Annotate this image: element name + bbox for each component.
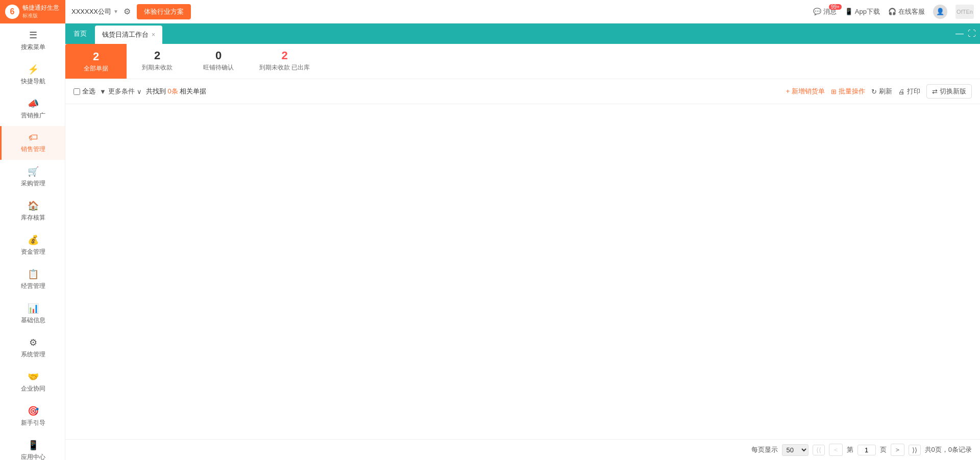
avatar-icon: 👤	[936, 8, 944, 15]
sidebar-item-guide[interactable]: 🎯 新手引导	[0, 399, 65, 433]
logo-area: 6 畅捷通好生意 标准版	[0, 0, 65, 23]
sales-icon: 🏷	[29, 132, 38, 143]
stat-num-overdue: 2	[154, 49, 160, 62]
app-center-icon: 📱	[28, 440, 39, 451]
page-first-button[interactable]: ⟨⟨	[813, 445, 825, 455]
tab-home[interactable]: 首页	[65, 23, 95, 44]
stat-num-pending: 0	[215, 49, 222, 62]
new-sale-button[interactable]: + 新增销货单	[786, 87, 825, 96]
sidebar-item-marketing[interactable]: 📣 营销推广	[0, 92, 65, 126]
batch-icon: ⊞	[831, 88, 837, 95]
page-size-label: 每页显示	[751, 445, 778, 454]
sidebar-item-search-menu[interactable]: ☰ 搜索菜单	[0, 23, 65, 58]
company-name: XXXXXX公司	[71, 7, 111, 16]
stat-label-all: 全部单据	[84, 64, 108, 73]
print-icon: 🖨	[898, 88, 905, 95]
sidebar-label-sales: 销售管理	[21, 145, 45, 154]
stat-tab-all[interactable]: 2 全部单据	[65, 44, 127, 79]
tab-minimize-icon[interactable]: —	[955, 29, 964, 38]
finance-icon: 💰	[28, 234, 39, 246]
logo-text: 畅捷通好生意 标准版	[22, 4, 59, 19]
page-input[interactable]	[857, 445, 876, 455]
sidebar-item-system[interactable]: ⚙ 系统管理	[0, 331, 65, 365]
select-all-checkbox[interactable]	[74, 88, 80, 95]
print-label: 打印	[907, 87, 920, 96]
sidebar-item-basic-info[interactable]: 📊 基础信息	[0, 297, 65, 331]
tab-maximize-icon[interactable]: ⛶	[968, 29, 976, 38]
sidebar-label-operation: 经营管理	[21, 282, 45, 290]
batch-label: 批量操作	[839, 87, 865, 96]
app-download-label: App下载	[855, 7, 880, 16]
online-service-action[interactable]: 🎧 在线客服	[888, 7, 925, 16]
logo-icon: 6	[5, 5, 19, 19]
sidebar-label-cooperation: 企业协同	[21, 384, 45, 393]
quick-nav-icon: ⚡	[28, 64, 39, 75]
page-label: 第	[847, 445, 853, 454]
message-action[interactable]: 💬 消息 99+	[813, 7, 837, 16]
settings-icon[interactable]: ⚙	[124, 7, 131, 16]
stat-num-all: 2	[93, 50, 99, 63]
switch-version-button[interactable]: ⇄ 切换新版	[926, 84, 972, 99]
sidebar-item-inventory[interactable]: 🏠 库存核算	[0, 194, 65, 228]
sidebar-label-quick-nav: 快捷导航	[21, 77, 45, 86]
stat-tab-overdue[interactable]: 2 到期未收款	[127, 44, 188, 79]
print-button[interactable]: 🖨 打印	[898, 87, 920, 96]
page-last-button[interactable]: ⟩⟩	[909, 445, 921, 455]
sidebar-label-search-menu: 搜索菜单	[21, 43, 45, 52]
tab-bar-right: — ⛶	[955, 29, 980, 38]
company-selector[interactable]: XXXXXX公司 ▼	[71, 7, 118, 16]
marketing-icon: 📣	[28, 98, 39, 109]
found-suffix: 相关单据	[180, 87, 206, 95]
pagination: 每页显示 50 100 ⟨⟨ ＜ 第 页 ＞ ⟩⟩ 共0页，0条记录	[65, 439, 980, 460]
stat-label-pending: 旺铺待确认	[203, 63, 234, 72]
sidebar-item-cooperation[interactable]: 🤝 企业协同	[0, 365, 65, 399]
filter-arrow-icon: ∨	[137, 88, 142, 95]
sidebar-label-app-center: 应用中心	[21, 453, 45, 460]
sidebar-item-purchase[interactable]: 🛒 采购管理	[0, 160, 65, 194]
app-download-action[interactable]: 📱 App下载	[845, 7, 880, 16]
user-placeholder: OfTEn	[957, 9, 973, 15]
toolbar-left: 全选 ▼ 更多条件 ∨ 共找到 0条 相关单据	[74, 87, 206, 96]
search-menu-icon: ☰	[29, 30, 37, 41]
sidebar: ☰ 搜索菜单 ⚡ 快捷导航 📣 营销推广 🏷 销售管理 🛒 采购管理 🏠 库存核…	[0, 23, 65, 460]
page-size-select[interactable]: 50 100	[782, 444, 808, 456]
batch-operation-button[interactable]: ⊞ 批量操作	[831, 87, 865, 96]
switch-label: 切换新版	[940, 87, 966, 96]
company-dropdown-icon: ▼	[113, 9, 118, 14]
inner-content: 2 全部单据 2 到期未收款 0 旺铺待确认 2 到期未收款 已出库	[65, 44, 980, 460]
cooperation-icon: 🤝	[28, 371, 39, 382]
page-unit: 页	[880, 445, 887, 454]
tab-close-icon[interactable]: ×	[152, 31, 155, 38]
stat-tab-pending[interactable]: 0 旺铺待确认	[188, 44, 249, 79]
stat-label-overdue: 到期未收款	[142, 63, 173, 72]
basic-info-icon: 📊	[28, 303, 39, 314]
refresh-icon: ↻	[871, 88, 877, 95]
sidebar-item-quick-nav[interactable]: ⚡ 快捷导航	[0, 58, 65, 92]
filter-label: 更多条件	[108, 87, 135, 96]
select-all-label[interactable]: 全选	[74, 87, 95, 96]
stats-tabs: 2 全部单据 2 到期未收款 0 旺铺待确认 2 到期未收款 已出库	[65, 44, 980, 79]
page-next-button[interactable]: ＞	[891, 444, 904, 456]
stat-num-shipped: 2	[282, 49, 288, 62]
refresh-label: 刷新	[879, 87, 892, 96]
online-service-icon: 🎧	[888, 8, 896, 15]
filter-icon: ▼	[100, 88, 106, 95]
refresh-button[interactable]: ↻ 刷新	[871, 87, 892, 96]
tab-active[interactable]: 钱货日清工作台 ×	[95, 26, 162, 44]
content-area: 首页 钱货日清工作台 × — ⛶ 2 全部单据 2 到期未收款	[65, 23, 980, 460]
stat-tab-shipped[interactable]: 2 到期未收款 已出库	[249, 44, 320, 79]
sidebar-item-operation[interactable]: 📋 经营管理	[0, 262, 65, 297]
sidebar-item-finance[interactable]: 💰 资金管理	[0, 228, 65, 262]
message-badge: 99+	[829, 4, 842, 10]
sidebar-item-sales[interactable]: 🏷 销售管理	[0, 126, 65, 160]
experience-button[interactable]: 体验行业方案	[137, 4, 191, 19]
toolbar-right: + 新增销货单 ⊞ 批量操作 ↻ 刷新 🖨 打印 ⇄	[786, 84, 972, 99]
guide-icon: 🎯	[28, 405, 39, 417]
message-icon: 💬	[813, 8, 821, 15]
page-prev-button[interactable]: ＜	[829, 444, 843, 456]
online-service-label: 在线客服	[898, 7, 925, 16]
avatar[interactable]: 👤	[933, 5, 947, 19]
sidebar-item-app-center[interactable]: 📱 应用中心	[0, 433, 65, 460]
filter-button[interactable]: ▼ 更多条件 ∨	[100, 87, 142, 96]
toolbar: 全选 ▼ 更多条件 ∨ 共找到 0条 相关单据 + 新增销货单	[65, 79, 980, 104]
